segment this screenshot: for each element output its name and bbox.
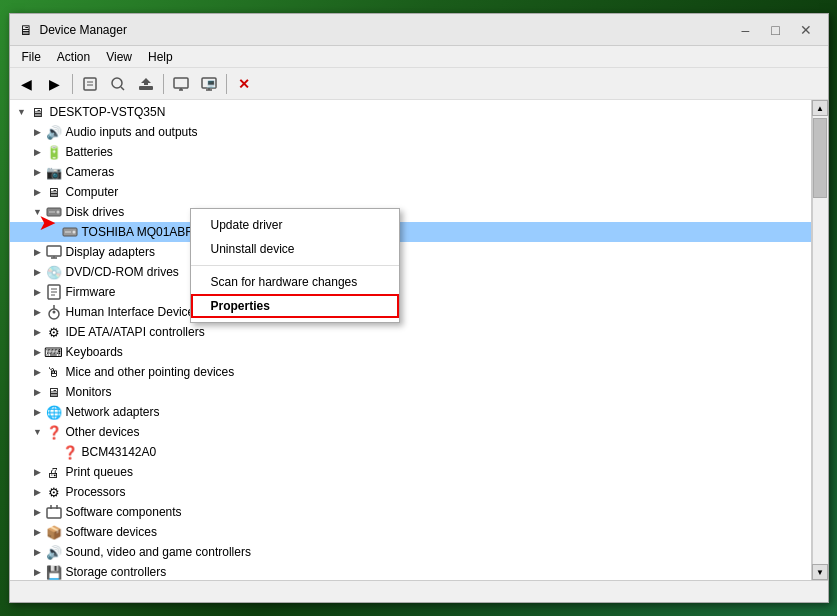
ctx-scan-hardware[interactable]: Scan for hardware changes: [191, 270, 399, 294]
status-bar: [10, 580, 828, 602]
back-button[interactable]: ◀: [14, 71, 40, 97]
tree-item-mice[interactable]: ▶ 🖱 Mice and other pointing devices: [10, 362, 811, 382]
computer-icon: 🖥: [46, 184, 62, 200]
processors-icon: ⚙: [46, 484, 62, 500]
softcomp-expand-icon[interactable]: ▶: [30, 504, 46, 520]
hid-expand-icon[interactable]: ▶: [30, 304, 46, 320]
scroll-up-button[interactable]: ▲: [812, 100, 828, 116]
tree-item-sound[interactable]: ▶ 🔊 Sound, video and game controllers: [10, 542, 811, 562]
toolbar-separator-3: [226, 74, 227, 94]
maximize-button[interactable]: □: [762, 18, 790, 42]
menu-action[interactable]: Action: [49, 48, 98, 66]
network-expand-icon[interactable]: ▶: [30, 404, 46, 420]
softdev-label: Software devices: [66, 525, 157, 539]
tree-item-softdev[interactable]: ▶ 📦 Software devices: [10, 522, 811, 542]
scroll-thumb[interactable]: [813, 118, 827, 198]
tree-item-dvd[interactable]: ▶ 💿 DVD/CD-ROM drives: [10, 262, 811, 282]
tree-item-ide[interactable]: ▶ ⚙ IDE ATA/ATAPI controllers: [10, 322, 811, 342]
display-label: Display adapters: [66, 245, 155, 259]
scan-button[interactable]: [105, 71, 131, 97]
title-bar: 🖥 Device Manager – □ ✕: [10, 14, 828, 46]
tree-root[interactable]: ▼ 🖥 DESKTOP-VSTQ35N: [10, 102, 811, 122]
minimize-button[interactable]: –: [732, 18, 760, 42]
svg-rect-20: [47, 246, 61, 256]
firmware-label: Firmware: [66, 285, 116, 299]
tree-item-other[interactable]: ▼ ❓ Other devices: [10, 422, 811, 442]
menu-bar: File Action View Help: [10, 46, 828, 68]
cameras-icon: 📷: [46, 164, 62, 180]
tree-item-bcm[interactable]: ▶ ❓ BCM43142A0: [10, 442, 811, 462]
tree-item-firmware[interactable]: ▶ Firmware: [10, 282, 811, 302]
audio-expand-icon[interactable]: ▶: [30, 124, 46, 140]
tree-item-toshiba[interactable]: ▶ TOSHIBA MQ01ABF050: [10, 222, 811, 242]
computer-expand-icon[interactable]: ▶: [30, 184, 46, 200]
other-icon: ❓: [46, 424, 62, 440]
ctx-properties[interactable]: Properties: [191, 294, 399, 318]
print-icon: 🖨: [46, 464, 62, 480]
monitors-label: Monitors: [66, 385, 112, 399]
monitors-icon: 🖥: [46, 384, 62, 400]
tree-item-batteries[interactable]: ▶ 🔋 Batteries: [10, 142, 811, 162]
scroll-down-button[interactable]: ▼: [812, 564, 828, 580]
root-label: DESKTOP-VSTQ35N: [50, 105, 166, 119]
tree-item-softcomp[interactable]: ▶ Software components: [10, 502, 811, 522]
softdev-expand-icon[interactable]: ▶: [30, 524, 46, 540]
monitors-expand-icon[interactable]: ▶: [30, 384, 46, 400]
cameras-expand-icon[interactable]: ▶: [30, 164, 46, 180]
tree-item-cameras[interactable]: ▶ 📷 Cameras: [10, 162, 811, 182]
keyboards-label: Keyboards: [66, 345, 123, 359]
network-icon: 🌐: [46, 404, 62, 420]
ctx-update-driver[interactable]: Update driver: [191, 213, 399, 237]
tree-item-print[interactable]: ▶ 🖨 Print queues: [10, 462, 811, 482]
close-button[interactable]: ✕: [792, 18, 820, 42]
other-expand-icon[interactable]: ▼: [30, 424, 46, 440]
processors-expand-icon[interactable]: ▶: [30, 484, 46, 500]
storage-expand-icon[interactable]: ▶: [30, 564, 46, 580]
bcm-label: BCM43142A0: [82, 445, 157, 459]
ctx-separator: [191, 265, 399, 266]
display-expand-icon[interactable]: ▶: [30, 244, 46, 260]
menu-view[interactable]: View: [98, 48, 140, 66]
tree-item-storage[interactable]: ▶ 💾 Storage controllers: [10, 562, 811, 580]
forward-button[interactable]: ▶: [42, 71, 68, 97]
tree-item-keyboards[interactable]: ▶ ⌨ Keyboards: [10, 342, 811, 362]
tree-item-hid[interactable]: ▶ Human Interface Devices: [10, 302, 811, 322]
root-expand-icon[interactable]: ▼: [14, 104, 30, 120]
dvd-icon: 💿: [46, 264, 62, 280]
ide-expand-icon[interactable]: ▶: [30, 324, 46, 340]
uninstall-button[interactable]: ✕: [231, 71, 257, 97]
firmware-icon: [46, 284, 62, 300]
print-expand-icon[interactable]: ▶: [30, 464, 46, 480]
softdev-icon: 📦: [46, 524, 62, 540]
tree-item-disk-drives[interactable]: ▼ Disk drives: [10, 202, 811, 222]
screen-button[interactable]: [168, 71, 194, 97]
mice-expand-icon[interactable]: ▶: [30, 364, 46, 380]
audio-icon: 🔊: [46, 124, 62, 140]
processors-label: Processors: [66, 485, 126, 499]
ctx-uninstall-device[interactable]: Uninstall device: [191, 237, 399, 261]
toolbar: ◀ ▶ 💻 ✕: [10, 68, 828, 100]
scrollbar[interactable]: ▲ ▼: [812, 100, 828, 580]
tree-item-audio[interactable]: ▶ 🔊 Audio inputs and outputs: [10, 122, 811, 142]
dvd-expand-icon[interactable]: ▶: [30, 264, 46, 280]
tree-item-monitors[interactable]: ▶ 🖥 Monitors: [10, 382, 811, 402]
window-title: Device Manager: [40, 23, 732, 37]
tree-item-computer[interactable]: ▶ 🖥 Computer: [10, 182, 811, 202]
tree-item-network[interactable]: ▶ 🌐 Network adapters: [10, 402, 811, 422]
audio-label: Audio inputs and outputs: [66, 125, 198, 139]
menu-help[interactable]: Help: [140, 48, 181, 66]
firmware-expand-icon[interactable]: ▶: [30, 284, 46, 300]
properties-button[interactable]: [77, 71, 103, 97]
tree-item-processors[interactable]: ▶ ⚙ Processors: [10, 482, 811, 502]
svg-line-4: [121, 87, 124, 90]
device-tree[interactable]: ➤ ▼ 🖥 DESKTOP-VSTQ35N ▶ 🔊 Audio inputs a…: [10, 100, 812, 580]
tree-item-display[interactable]: ▶ Display adapters: [10, 242, 811, 262]
svg-text:💻: 💻: [206, 78, 216, 88]
sound-icon: 🔊: [46, 544, 62, 560]
add-device-button[interactable]: 💻: [196, 71, 222, 97]
toshiba-icon: [62, 224, 78, 240]
batteries-expand-icon[interactable]: ▶: [30, 144, 46, 160]
sound-expand-icon[interactable]: ▶: [30, 544, 46, 560]
menu-file[interactable]: File: [14, 48, 49, 66]
update-driver-button[interactable]: [133, 71, 159, 97]
